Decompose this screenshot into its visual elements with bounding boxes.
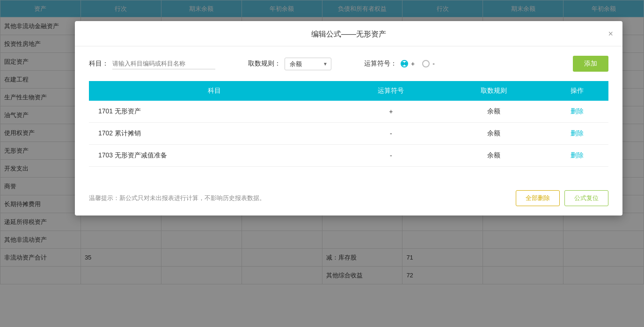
modal-dialog: 编辑公式——无形资产 × 科目： 取数规则： 余额 借方 贷方 借方累计 贷方累… xyxy=(75,21,622,216)
fetch-rule-select[interactable]: 余额 借方 贷方 借方累计 贷方累计 xyxy=(285,58,331,70)
modal-title: 编辑公式——无形资产 xyxy=(311,30,386,39)
subject-label: 科目： xyxy=(89,59,109,68)
operator-radio-group: + - xyxy=(401,60,435,67)
fetch-rule-group: 取数规则： 余额 借方 贷方 借方累计 贷方累计 ▼ xyxy=(248,58,331,70)
formula-rule: 余额 xyxy=(442,145,545,167)
footer-tip: 温馨提示：新公式只对未出报表进行计算，不影响历史报表数据。 xyxy=(89,194,265,202)
formula-row: 1702 累计摊销-余额删除 xyxy=(89,123,608,145)
reset-formula-button[interactable]: 公式复位 xyxy=(564,190,608,206)
delete-row-button[interactable]: 删除 xyxy=(571,129,584,138)
operator-group: 运算符号： + - xyxy=(364,59,449,68)
operator-plus-label: + xyxy=(411,60,415,67)
modal-close-button[interactable]: × xyxy=(608,30,613,38)
delete-row-button[interactable]: 删除 xyxy=(571,107,584,116)
th-action: 操作 xyxy=(545,81,608,101)
modal-header: 编辑公式——无形资产 × xyxy=(75,21,622,46)
radio-plus-icon xyxy=(401,60,408,67)
formula-operator: + xyxy=(339,101,442,123)
formula-rule: 余额 xyxy=(442,101,545,123)
formula-subject: 1701 无形资产 xyxy=(89,101,339,123)
fetch-rule-label: 取数规则： xyxy=(248,59,281,68)
form-row: 科目： 取数规则： 余额 借方 贷方 借方累计 贷方累计 ▼ 运算符号 xyxy=(89,56,608,72)
formula-table-body: 1701 无形资产+余额删除1702 累计摊销-余额删除1703 无形资产减值准… xyxy=(89,101,608,167)
add-button[interactable]: 添加 xyxy=(573,56,608,72)
th-subject: 科目 xyxy=(89,81,339,101)
modal-footer: 温馨提示：新公式只对未出报表进行计算，不影响历史报表数据。 全部删除 公式复位 xyxy=(75,186,622,216)
formula-rule: 余额 xyxy=(442,123,545,145)
formula-table-header: 科目 运算符号 取数规则 操作 xyxy=(89,81,608,101)
operator-minus-label: - xyxy=(432,60,435,67)
operator-minus-radio[interactable]: - xyxy=(422,60,435,67)
delete-row-button[interactable]: 删除 xyxy=(571,151,584,160)
th-rule: 取数规则 xyxy=(442,81,545,101)
formula-subject: 1702 累计摊销 xyxy=(89,123,339,145)
subject-input[interactable] xyxy=(112,58,215,69)
subject-group: 科目： xyxy=(89,58,215,69)
formula-operator: - xyxy=(339,145,442,167)
delete-all-button[interactable]: 全部删除 xyxy=(516,190,560,206)
formula-action: 删除 xyxy=(545,101,608,123)
formula-action: 删除 xyxy=(545,145,608,167)
th-operator: 运算符号 xyxy=(339,81,442,101)
formula-table: 科目 运算符号 取数规则 操作 1701 无形资产+余额删除1702 累计摊销-… xyxy=(89,81,608,167)
formula-subject: 1703 无形资产减值准备 xyxy=(89,145,339,167)
formula-operator: - xyxy=(339,123,442,145)
operator-plus-radio[interactable]: + xyxy=(401,60,415,67)
radio-minus-icon xyxy=(422,60,430,67)
modal-body: 科目： 取数规则： 余额 借方 贷方 借方累计 贷方累计 ▼ 运算符号 xyxy=(75,46,622,186)
fetch-rule-select-wrapper: 余额 借方 贷方 借方累计 贷方累计 ▼ xyxy=(285,58,331,70)
operator-label: 运算符号： xyxy=(364,59,397,68)
footer-buttons: 全部删除 公式复位 xyxy=(516,190,608,206)
formula-row: 1703 无形资产减值准备-余额删除 xyxy=(89,145,608,167)
formula-row: 1701 无形资产+余额删除 xyxy=(89,101,608,123)
formula-action: 删除 xyxy=(545,123,608,145)
